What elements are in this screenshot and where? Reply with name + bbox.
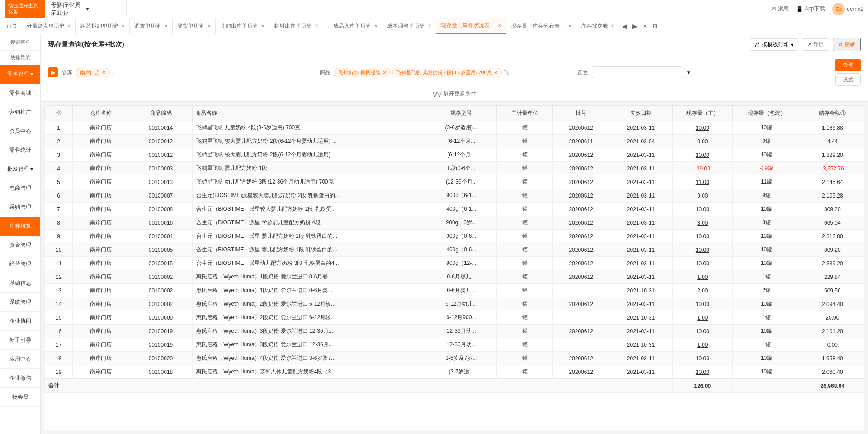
- filter-expand-btn[interactable]: ▶: [48, 67, 58, 77]
- tab-close-mix[interactable]: ✕: [164, 24, 168, 28]
- cell-balance: 2,339.20: [801, 257, 864, 270]
- cell-code: 00100012: [129, 148, 192, 162]
- cell-name: 飞鹤星飞帆 婴儿配方奶粉 1段: [193, 162, 426, 175]
- svg-point-0: [58, 112, 60, 113]
- cell-qty[interactable]: -39.00: [673, 162, 732, 175]
- sidebar-item-purchase[interactable]: 采购管理: [0, 198, 40, 217]
- cell-no: 10: [45, 243, 73, 257]
- sidebar-item-operations[interactable]: 经营管理: [0, 255, 40, 274]
- cell-qty[interactable]: 10.00: [673, 352, 732, 365]
- goods-tag-2[interactable]: 飞鹤星飞帆 儿童奶粉 4段(3-6岁适用) 700克 ✕: [392, 68, 502, 77]
- sidebar-item-vip[interactable]: 畅会员: [0, 388, 40, 407]
- sidebar-search[interactable]: 搜索菜单: [0, 34, 40, 51]
- tab-prev-btn[interactable]: ◀: [619, 23, 630, 30]
- tab-home[interactable]: 首页: [2, 18, 22, 34]
- tab-inventory-status[interactable]: 现存量（库存状况表） ✕: [436, 18, 506, 34]
- cell-qty[interactable]: 10.00: [673, 243, 732, 257]
- cell-qty[interactable]: 10.00: [673, 257, 732, 270]
- sidebar-item-member[interactable]: 会员中心: [0, 122, 40, 141]
- tab-borrow[interactable]: 要货单历史 ✕: [173, 18, 216, 34]
- tab-close-borrow[interactable]: ✕: [207, 24, 211, 28]
- cell-qty[interactable]: 10.00: [673, 230, 732, 243]
- cell-qty[interactable]: 10.00: [673, 203, 732, 216]
- cell-expire: 2021-10-31: [609, 284, 672, 297]
- cell-balance: 809.20: [801, 243, 864, 257]
- sidebar-item-ecommerce[interactable]: 电商管理: [0, 179, 40, 198]
- warehouse-tag-nanao[interactable]: 南岸门店 ✕: [76, 68, 110, 77]
- goods-more[interactable]: 飞...: [504, 69, 513, 76]
- cell-qty[interactable]: 2.00: [673, 284, 732, 297]
- sidebar-item-collab[interactable]: 企业协同: [0, 312, 40, 331]
- export-btn[interactable]: ↗ 导出: [802, 38, 829, 51]
- cell-qty[interactable]: 10.00: [673, 148, 732, 162]
- sidebar-item-guide[interactable]: 新手引导: [0, 331, 40, 350]
- cell-qty[interactable]: 11.00: [673, 175, 732, 189]
- tab-material-out[interactable]: 材料出库单历史 ✕: [269, 18, 323, 34]
- cell-unit: 罐: [496, 352, 553, 365]
- sidebar-item-retail-stats[interactable]: 零售统计: [0, 141, 40, 160]
- tab-close-split-inventory[interactable]: ✕: [67, 24, 71, 28]
- tab-close-inventory-status[interactable]: ✕: [498, 23, 501, 28]
- tab-close-disassemble[interactable]: ✕: [121, 24, 125, 28]
- tab-inventory-dist[interactable]: 现存量（库存分布表） ✕: [506, 18, 576, 34]
- tab-cost-adjust[interactable]: 成本调整单历史 ✕: [382, 18, 436, 34]
- tab-mix[interactable]: 调拨单历史 ✕: [130, 18, 173, 34]
- tab-close-all-btn[interactable]: ✕: [640, 23, 650, 29]
- tab-other-out[interactable]: 其他出库单历史 ✕: [216, 18, 269, 34]
- cell-batch: —: [553, 284, 609, 297]
- tab-close-inventory-dist[interactable]: ✕: [568, 24, 571, 28]
- cell-qty[interactable]: 10.00: [673, 325, 732, 338]
- tab-product-in[interactable]: 产成品入库单历史 ✕: [323, 18, 382, 34]
- sidebar-item-wholesale[interactable]: 批发管理 ▾: [0, 160, 40, 179]
- tab-close-product-in[interactable]: ✕: [374, 24, 377, 28]
- user-avatar[interactable]: Ea demo2: [832, 3, 863, 15]
- tab-close-other-out[interactable]: ✕: [261, 24, 264, 28]
- cell-unit: 罐: [496, 175, 553, 189]
- table-row: 11 南岸门店 00100015 合生元（BIOSTIME）派星幼儿配方奶粉 3…: [45, 257, 864, 270]
- remove-goods-tag-1[interactable]: ✕: [382, 70, 387, 75]
- goods-tag-1[interactable]: 飞鹤奶粉3段两提装 ✕: [334, 68, 391, 77]
- cell-qty[interactable]: 9.00: [673, 189, 732, 203]
- sidebar-item-finance[interactable]: 资金管理: [0, 236, 40, 255]
- setting-btn[interactable]: 设置: [835, 73, 861, 86]
- tab-maximize-btn[interactable]: ⊡: [650, 23, 660, 29]
- sidebar-item-retail[interactable]: 零售管理 ▾: [0, 65, 40, 84]
- color-dropdown-btn[interactable]: ▾: [684, 68, 693, 77]
- sidebar-item-wechat[interactable]: 企业微信: [0, 369, 40, 388]
- tab-close-batch-voucher[interactable]: ✕: [611, 24, 614, 28]
- cell-qty[interactable]: 1.00: [673, 270, 732, 284]
- account-selector[interactable]: 母婴行业演示账套 ▾: [45, 1, 127, 17]
- print-btn[interactable]: 🖨 按模板打印 ▾: [750, 38, 798, 51]
- tab-batch-voucher[interactable]: 库存批次账 ✕: [576, 18, 619, 34]
- tab-disassemble[interactable]: 组装拆卸单历史 ✕: [76, 18, 130, 34]
- messages-btn[interactable]: ✉ 消息: [772, 5, 789, 13]
- cell-qty[interactable]: 10.00: [673, 297, 732, 311]
- cell-qty[interactable]: 3.00: [673, 216, 732, 230]
- sidebar-item-retail-mall[interactable]: 零售商城: [0, 84, 40, 103]
- query-btn[interactable]: 查询: [835, 59, 861, 71]
- tab-next-btn[interactable]: ▶: [630, 23, 640, 30]
- remove-goods-tag-2[interactable]: ✕: [494, 70, 498, 75]
- tab-close-cost-adjust[interactable]: ✕: [428, 24, 431, 28]
- warehouse-more[interactable]: ...: [112, 70, 116, 75]
- cell-qty[interactable]: 1.00: [673, 311, 732, 325]
- sidebar-item-basics[interactable]: 基础信息: [0, 274, 40, 293]
- tab-split-inventory[interactable]: 分量盘点单历史 ✕: [22, 18, 76, 34]
- sidebar-item-inventory[interactable]: 库存核算: [0, 217, 40, 236]
- sidebar-item-app-center[interactable]: 应用中心: [0, 350, 40, 369]
- sidebar-quick-nav[interactable]: 快捷导航: [0, 51, 40, 65]
- cell-qty[interactable]: 1.00: [673, 338, 732, 352]
- table-header-row: 仓库名称 商品编码 商品名称 规格型号 主计量单位 批号 失效日期 现存量（主）…: [45, 106, 864, 121]
- cell-qty[interactable]: 10.00: [673, 121, 732, 135]
- sidebar-item-system[interactable]: 系统管理: [0, 293, 40, 312]
- refresh-btn[interactable]: ↺ 刷新: [833, 38, 861, 51]
- expand-conditions-btn[interactable]: ⋁⋁ 展开更多条件: [433, 90, 476, 98]
- color-input[interactable]: [592, 66, 682, 78]
- table-footer-row: 合计 126.00 26,968.64: [45, 379, 864, 393]
- app-download-btn[interactable]: 📱 App下载: [796, 5, 825, 13]
- tab-close-material-out[interactable]: ✕: [315, 24, 318, 28]
- remove-warehouse-tag[interactable]: ✕: [102, 70, 106, 75]
- cell-qty[interactable]: 0.00: [673, 135, 732, 148]
- sidebar-item-marketing[interactable]: 营销推广: [0, 103, 40, 122]
- cell-qty[interactable]: 10.00: [673, 365, 732, 379]
